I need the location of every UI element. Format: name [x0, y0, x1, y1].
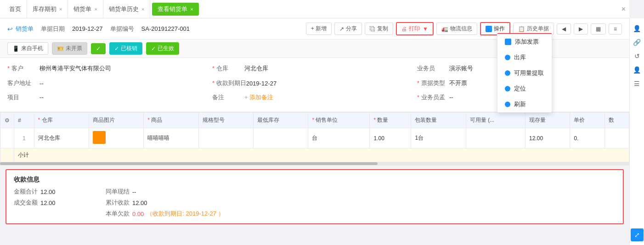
check-icon: ✓: [96, 46, 101, 52]
new-button[interactable]: + 新增: [306, 23, 332, 35]
col-available: 可用量 (...: [466, 113, 525, 128]
number-label: 单据编号: [110, 25, 134, 33]
salesperson2-label: 业务员孟: [417, 93, 449, 102]
cumulative-item: 累计收款 12.00: [106, 199, 198, 207]
horizontal-scrollbar[interactable]: [0, 162, 629, 165]
row-quantity: 1.00: [370, 128, 411, 148]
row-product-img: [89, 128, 143, 148]
tab-sales-order[interactable]: 销货单 ×: [68, 0, 103, 18]
operation-dropdown: 添加发票 出库 可用量提取 定位 刷新: [497, 33, 552, 113]
same-order-label: 同单现结: [106, 188, 130, 196]
subtotal-label: 小计: [14, 148, 629, 162]
sidebar-btn-list[interactable]: ☰: [631, 77, 644, 90]
add-invoice-icon: [505, 39, 511, 45]
row-num: 1: [14, 128, 34, 148]
tab-view-sales-order[interactable]: 查看销货单 ×: [152, 3, 198, 16]
scroll-thumb[interactable]: [0, 162, 378, 165]
tab-close-sales[interactable]: ×: [94, 6, 97, 12]
col-warehouse: 仓库: [34, 113, 89, 128]
total-amount-item: 金额合计 12.00: [14, 188, 106, 196]
current-due-item: 本单欠款 0.00 （收款到期日: 2019-12-27 ）: [106, 210, 616, 218]
project-label: 项目: [7, 93, 40, 102]
empty-item2: [289, 188, 616, 196]
tab-sales-history[interactable]: 销货单历史 ×: [103, 0, 150, 18]
number-value: SA-20191227-001: [141, 25, 190, 32]
add-invoice-label: 添加发票: [515, 38, 539, 46]
row-warehouse: 河北仓库: [34, 128, 89, 148]
outbound-label: 出库: [514, 53, 526, 62]
total-amount-value: 12.00: [40, 188, 56, 195]
ticket-type-value: 不开票: [449, 78, 467, 88]
col-spec: 规格型号: [198, 113, 253, 128]
customer-address-field: 客户地址 --: [7, 79, 212, 88]
tab-close-view[interactable]: ×: [190, 6, 193, 12]
layout-grid[interactable]: ▦: [591, 23, 606, 34]
from-phone-button[interactable]: 📱 来自手机: [7, 42, 48, 55]
sidebar-btn-contact[interactable]: 👤: [631, 22, 644, 35]
same-order-value: --: [132, 188, 136, 195]
row-more: [604, 128, 629, 148]
add-note-button[interactable]: 添加备注: [244, 93, 273, 102]
table-row: 1 河北仓库 嘻嘻嘻嘻 台 1.00 1台 12.00 0.: [0, 128, 629, 148]
payment-info-box: 收款信息 金额合计 12.00 同单现结 -- 成交金额 12.00 累计收款 …: [6, 169, 624, 224]
menu-available-qty[interactable]: 可用量提取: [497, 65, 552, 81]
payment-info-title: 收款信息: [14, 176, 616, 184]
tab-close-inventory[interactable]: ×: [59, 6, 62, 12]
phone-icon: 📱: [12, 46, 19, 52]
logistics-button[interactable]: 🚛 物流信息: [436, 23, 477, 35]
ticket-type-label: 票据类型: [417, 79, 449, 87]
empty-item: [198, 188, 289, 196]
effective-button[interactable]: ✓ 已生效: [146, 42, 179, 55]
locate-icon: [505, 86, 510, 91]
salesperson-value: 演示账号: [449, 63, 473, 74]
layout-list[interactable]: ≡: [609, 23, 622, 34]
menu-refresh[interactable]: 刷新: [497, 97, 552, 112]
tab-inventory-init[interactable]: 库存期初 ×: [27, 0, 68, 18]
print-button[interactable]: 🖨 打印 ▼: [396, 22, 434, 35]
check-button[interactable]: ✓: [91, 43, 106, 54]
customer-label: 客户: [7, 64, 40, 73]
payment-date-label: 收款到期日: [212, 79, 246, 87]
copy-button[interactable]: ⿻ 复制: [365, 23, 393, 35]
doc-type: ↩ 销货单: [7, 25, 34, 33]
total-amount-label: 金额合计: [14, 188, 38, 196]
payment-info-grid: 金额合计 12.00 同单现结 -- 成交金额 12.00 累计收款 12.00…: [14, 188, 616, 218]
customer-value: 柳州粤港平安气体有限公司: [40, 63, 111, 74]
col-product-img: 商品图片: [89, 113, 143, 128]
col-sales-unit: 销售单位: [308, 113, 370, 128]
col-quantity: 数量: [370, 113, 411, 128]
menu-add-invoice[interactable]: 添加发票: [497, 34, 552, 50]
sidebar-btn-link[interactable]: 🔗: [631, 36, 644, 49]
row-gear: [0, 128, 14, 148]
print-dropdown-icon: ▼: [423, 26, 428, 32]
menu-outbound[interactable]: 出库: [497, 50, 552, 65]
sold-button[interactable]: ✓ 已核销: [109, 42, 142, 55]
notes-label: 备注: [212, 93, 244, 102]
notes-field: 备注 添加备注: [212, 93, 417, 102]
nav-next[interactable]: ▶: [574, 23, 588, 34]
locate-label: 定位: [514, 85, 526, 93]
warehouse-field: 仓库 河北仓库: [212, 63, 417, 74]
sidebar-btn-rotate[interactable]: ↺: [631, 50, 644, 63]
close-all-tabs[interactable]: ×: [621, 5, 626, 13]
tab-close-history[interactable]: ×: [141, 6, 144, 12]
share-button[interactable]: ↗ 分享: [334, 23, 362, 35]
row-pack-qty: 1台: [411, 128, 466, 148]
date-value: 2019-12-27: [72, 25, 103, 32]
nav-prev[interactable]: ◀: [557, 23, 571, 34]
menu-locate[interactable]: 定位: [497, 81, 552, 97]
empty-item3: [198, 199, 289, 207]
project-field: 项目 --: [7, 93, 212, 102]
cumulative-value: 12.00: [132, 199, 147, 206]
available-qty-label: 可用量提取: [514, 69, 544, 77]
row-sales-unit: 台: [308, 128, 370, 148]
not-opened-button[interactable]: 🎫 未开票: [52, 42, 87, 55]
sidebar-btn-user[interactable]: 👤: [631, 63, 644, 76]
print-icon: 🖨: [401, 26, 407, 32]
outbound-icon: [505, 55, 510, 60]
tab-home[interactable]: 首页: [4, 0, 27, 18]
empty-item5: [14, 210, 106, 218]
subtotal-gear: [0, 148, 14, 162]
current-due-label: 本单欠款: [106, 210, 130, 218]
refresh-icon: [505, 102, 510, 107]
